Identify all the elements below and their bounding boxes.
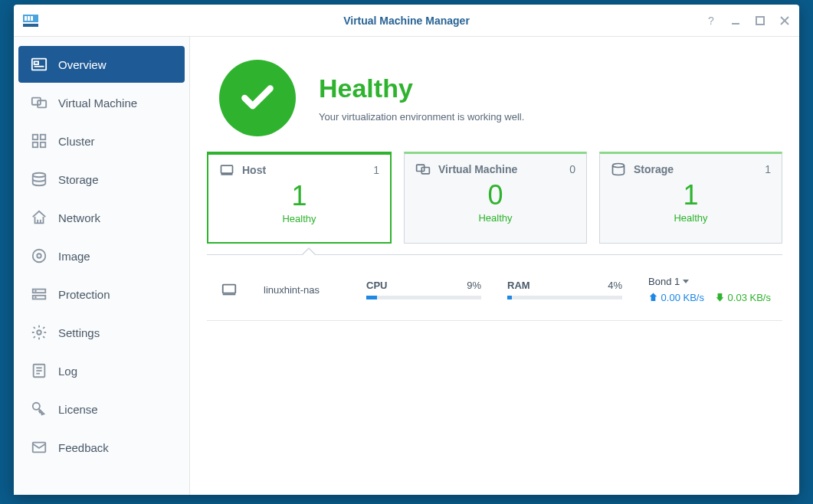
- arrow-up-icon: 🡅: [648, 292, 658, 303]
- svg-rect-3: [28, 16, 30, 21]
- ram-value: 4%: [608, 280, 622, 291]
- card-virtual-machine[interactable]: Virtual Machine 0 0 Healthy: [404, 152, 587, 244]
- svg-rect-15: [41, 135, 45, 139]
- net-upload: 🡅 0.00 KB/s: [648, 292, 704, 303]
- arrow-down-icon: 🡇: [715, 292, 725, 303]
- ram-bar: [507, 296, 622, 299]
- card-big-number: 1: [600, 182, 782, 209]
- sidebar-item-storage[interactable]: Storage: [18, 161, 185, 198]
- sidebar-item-label: Settings: [58, 326, 100, 339]
- host-name: linuxhint-nas: [264, 284, 340, 296]
- sidebar-item-protection[interactable]: Protection: [18, 276, 185, 313]
- sidebar-item-label: Storage: [58, 173, 99, 186]
- svg-point-22: [37, 254, 41, 258]
- svg-rect-4: [31, 16, 33, 21]
- sidebar-item-label: Overview: [58, 58, 107, 71]
- svg-point-27: [37, 330, 41, 335]
- app-window: Virtual Machine Manager ? Overview Virtu…: [14, 5, 799, 495]
- svg-rect-2: [25, 16, 27, 21]
- sidebar-item-label: Log: [58, 365, 77, 378]
- sidebar-item-label: Virtual Machine: [58, 97, 137, 110]
- storage-icon: [31, 171, 48, 188]
- cpu-value: 9%: [467, 280, 481, 291]
- card-body: 1 Healthy: [600, 182, 782, 224]
- sidebar-item-overview[interactable]: Overview: [18, 46, 185, 83]
- health-text: Healthy Your virtualization environment …: [319, 74, 524, 123]
- cluster-icon: [31, 133, 48, 149]
- card-big-number: 1: [208, 182, 390, 210]
- health-subtitle: Your virtualization environment is worki…: [319, 111, 524, 123]
- cpu-metric: CPU 9%: [366, 280, 481, 299]
- card-label: Storage: [634, 163, 674, 175]
- card-big-number: 0: [405, 182, 586, 209]
- sidebar-item-virtual-machine[interactable]: Virtual Machine: [18, 84, 185, 121]
- sidebar-item-label: Image: [58, 250, 90, 263]
- svg-rect-10: [34, 61, 39, 64]
- card-count: 0: [569, 163, 575, 175]
- body: Overview Virtual Machine Cluster Storage…: [14, 37, 799, 495]
- svg-point-26: [35, 296, 37, 298]
- log-icon: [31, 362, 48, 379]
- window-title: Virtual Machine Manager: [14, 15, 799, 27]
- card-head: Virtual Machine 0: [405, 154, 586, 177]
- card-count: 1: [373, 164, 379, 176]
- chevron-down-icon: [683, 280, 689, 283]
- protection-icon: [31, 286, 48, 303]
- svg-rect-14: [33, 135, 38, 139]
- svg-point-21: [33, 250, 46, 263]
- feedback-icon: [31, 439, 48, 456]
- overview-icon: [31, 56, 48, 73]
- summary-cards: Host 1 1 Healthy Virtual Machine 0: [207, 152, 782, 244]
- pointer-arrow-icon: [302, 254, 316, 262]
- svg-rect-34: [221, 165, 233, 173]
- net-download: 🡇 0.03 KB/s: [715, 292, 771, 303]
- card-status: Healthy: [405, 212, 586, 224]
- sidebar-item-label: Network: [58, 211, 100, 224]
- sidebar-item-image[interactable]: Image: [18, 237, 185, 274]
- host-detail-row: linuxhint-nas CPU 9% RAM 4%: [207, 265, 782, 321]
- ram-label: RAM: [507, 280, 530, 291]
- close-icon[interactable]: [778, 14, 792, 28]
- card-body: 1 Healthy: [208, 182, 390, 224]
- app-icon: [21, 11, 40, 30]
- image-icon: [31, 247, 48, 264]
- health-banner: Healthy Your virtualization environment …: [207, 52, 782, 152]
- sidebar: Overview Virtual Machine Cluster Storage…: [14, 37, 190, 495]
- license-icon: [31, 401, 48, 417]
- network-interface-name: Bond 1: [648, 276, 680, 287]
- sidebar-item-settings[interactable]: Settings: [18, 314, 185, 351]
- sidebar-item-license[interactable]: License: [18, 391, 185, 427]
- cpu-bar: [366, 296, 481, 299]
- maximize-icon[interactable]: [753, 14, 767, 28]
- card-body: 0 Healthy: [405, 182, 586, 224]
- card-storage[interactable]: Storage 1 1 Healthy: [599, 152, 782, 244]
- sidebar-item-label: License: [58, 403, 98, 416]
- help-icon[interactable]: ?: [704, 14, 718, 28]
- sidebar-item-network[interactable]: Network: [18, 199, 185, 236]
- svg-rect-6: [756, 17, 764, 25]
- cpu-label: CPU: [366, 280, 387, 291]
- svg-rect-36: [417, 165, 425, 171]
- vm-icon: [31, 94, 48, 111]
- card-status: Healthy: [208, 213, 390, 224]
- card-label: Host: [242, 164, 266, 176]
- health-badge-icon: [219, 60, 296, 136]
- network-interface-selector[interactable]: Bond 1: [648, 276, 689, 287]
- sidebar-item-log[interactable]: Log: [18, 352, 185, 389]
- card-count: 1: [765, 163, 771, 175]
- settings-icon: [31, 324, 48, 341]
- health-title: Healthy: [319, 74, 524, 103]
- vm-icon: [415, 162, 431, 177]
- card-label: Virtual Machine: [438, 163, 517, 175]
- host-icon: [219, 162, 234, 178]
- sidebar-item-cluster[interactable]: Cluster: [18, 123, 185, 159]
- minimize-icon[interactable]: [729, 14, 743, 28]
- svg-point-25: [35, 290, 37, 292]
- network-icon: [31, 209, 48, 226]
- sidebar-item-feedback[interactable]: Feedback: [18, 429, 185, 466]
- card-host[interactable]: Host 1 1 Healthy: [207, 152, 392, 244]
- card-pointer: [207, 254, 782, 265]
- svg-point-38: [613, 164, 625, 168]
- svg-rect-16: [33, 142, 38, 147]
- svg-point-18: [33, 173, 46, 178]
